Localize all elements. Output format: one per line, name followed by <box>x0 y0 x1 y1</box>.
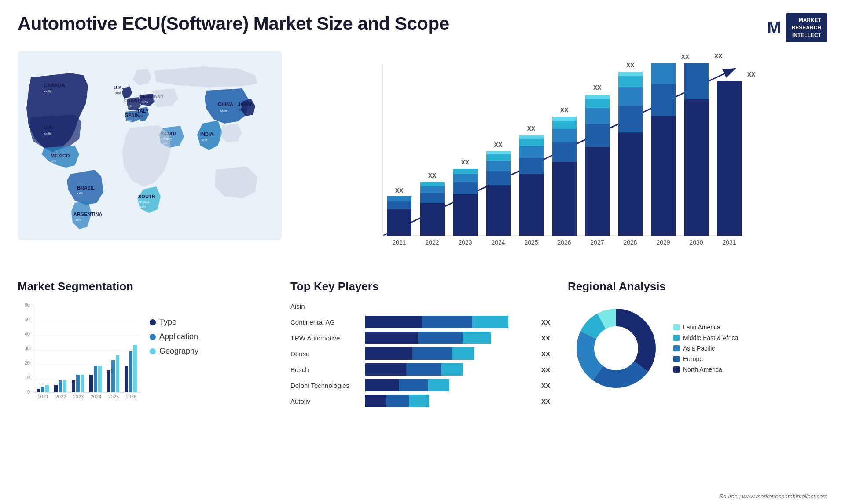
player-bar-continental <box>365 316 533 328</box>
player-val-denso: XX <box>541 350 550 358</box>
svg-rect-91 <box>651 63 676 84</box>
svg-text:xx%: xx% <box>239 108 245 111</box>
svg-text:XX: XX <box>494 141 503 148</box>
legend-label-latin-america: Latin America <box>683 324 720 331</box>
svg-rect-121 <box>37 389 40 392</box>
svg-text:XX: XX <box>593 84 602 91</box>
svg-rect-125 <box>59 380 62 392</box>
svg-rect-39 <box>387 196 411 201</box>
svg-rect-89 <box>651 116 676 236</box>
svg-rect-86 <box>618 72 643 76</box>
svg-text:XX: XX <box>395 187 404 194</box>
svg-text:xx%: xx% <box>142 100 148 103</box>
svg-rect-132 <box>98 366 102 392</box>
svg-text:xx%: xx% <box>44 89 51 93</box>
page-title: Automotive ECU(Software) Market Size and… <box>18 13 449 34</box>
player-row-continental: Continental AG XX <box>290 316 550 328</box>
svg-text:2029: 2029 <box>656 239 670 246</box>
svg-rect-63 <box>519 146 544 158</box>
svg-text:XX: XX <box>626 62 635 69</box>
svg-rect-58 <box>486 151 511 154</box>
svg-rect-51 <box>453 169 478 174</box>
player-bar-aisin <box>365 300 550 312</box>
svg-text:xx%: xx% <box>76 218 81 221</box>
svg-rect-94 <box>684 99 709 236</box>
svg-rect-38 <box>387 201 411 209</box>
svg-rect-135 <box>116 355 119 392</box>
svg-rect-75 <box>585 147 610 236</box>
svg-rect-61 <box>519 174 544 236</box>
legend-color-europe <box>673 356 680 362</box>
svg-text:INDIA: INDIA <box>200 131 213 137</box>
player-row-aisin: Aisin <box>290 300 550 312</box>
legend-label-application: Application <box>159 332 198 341</box>
svg-rect-122 <box>41 387 44 392</box>
player-bar-delphi <box>365 379 533 391</box>
bar-chart-section: XX 2021 XX 2022 XX 2023 <box>282 47 836 275</box>
player-val-continental: XX <box>541 318 550 326</box>
svg-rect-45 <box>420 182 445 186</box>
legend-item-mea: Middle East & Africa <box>673 334 738 341</box>
svg-rect-95 <box>684 63 709 99</box>
donut-container: Latin America Middle East & Africa Asia … <box>568 300 827 397</box>
svg-rect-44 <box>420 186 445 193</box>
svg-rect-137 <box>129 351 132 392</box>
player-val-autoliv: XX <box>541 398 550 405</box>
svg-text:2023: 2023 <box>73 394 84 399</box>
svg-rect-56 <box>486 161 511 171</box>
player-name-bosch: Bosch <box>290 366 361 373</box>
svg-rect-54 <box>486 185 511 236</box>
svg-text:U.S.: U.S. <box>44 125 53 130</box>
legend-item-geography: Geography <box>150 347 198 356</box>
svg-rect-130 <box>89 375 93 392</box>
donut-chart-svg <box>568 300 665 397</box>
svg-text:U.K.: U.K. <box>114 85 123 90</box>
svg-text:xx%: xx% <box>137 115 143 118</box>
svg-text:xx%: xx% <box>51 160 56 163</box>
svg-text:XX: XX <box>527 125 536 132</box>
svg-text:SOUTH: SOUTH <box>138 194 155 199</box>
svg-rect-71 <box>552 121 577 129</box>
svg-text:CANADA: CANADA <box>44 83 65 88</box>
svg-text:2026: 2026 <box>557 239 571 246</box>
legend-dot-geography <box>150 348 156 354</box>
bar-chart-container: XX 2021 XX 2022 XX 2023 <box>286 51 823 253</box>
legend-color-north-america <box>673 366 680 373</box>
legend-label-asia-pacific: Asia Pacific <box>683 345 715 352</box>
svg-rect-84 <box>618 87 643 106</box>
svg-text:xx%: xx% <box>127 119 132 122</box>
svg-text:ARGENTINA: ARGENTINA <box>73 212 102 217</box>
legend-label-europe: Europe <box>683 355 703 362</box>
legend-color-mea <box>673 335 680 341</box>
legend-item-north-america: North America <box>673 366 738 373</box>
svg-rect-72 <box>552 117 577 121</box>
svg-rect-62 <box>519 158 544 174</box>
logo-area: M MARKET RESEARCH INTELLECT <box>767 13 827 42</box>
player-name-trw: TRW Automotive <box>290 334 361 342</box>
map-section: CANADA xx% U.S. xx% MEXICO xx% BRAZIL xx… <box>9 47 282 275</box>
player-name-aisin: Aisin <box>290 303 361 310</box>
bottom-right: Top Key Players Aisin Continental AG XX <box>282 275 836 415</box>
svg-rect-50 <box>453 174 478 182</box>
svg-text:CHINA: CHINA <box>218 102 233 107</box>
legend-item-application: Application <box>150 332 198 341</box>
svg-text:2024: 2024 <box>91 394 101 399</box>
legend-item-europe: Europe <box>673 355 738 362</box>
svg-rect-68 <box>552 162 577 236</box>
svg-rect-48 <box>453 194 478 236</box>
logo-text: MARKET RESEARCH INTELLECT <box>786 13 827 42</box>
svg-rect-98 <box>717 81 742 236</box>
svg-text:60: 60 <box>25 302 30 307</box>
source-text: Source : www.marketresearchintellect.com <box>719 493 827 500</box>
svg-text:2022: 2022 <box>425 239 439 246</box>
svg-rect-57 <box>486 154 511 161</box>
svg-text:2025: 2025 <box>108 394 119 399</box>
player-bar-autoliv <box>365 395 533 407</box>
svg-rect-49 <box>453 182 478 194</box>
donut-legend: Latin America Middle East & Africa Asia … <box>673 324 738 373</box>
svg-text:XX: XX <box>461 159 470 166</box>
svg-text:2025: 2025 <box>524 239 538 246</box>
regional-section: Regional Analysis <box>559 275 836 415</box>
svg-text:2022: 2022 <box>55 394 66 399</box>
legend-label-type: Type <box>159 318 176 327</box>
